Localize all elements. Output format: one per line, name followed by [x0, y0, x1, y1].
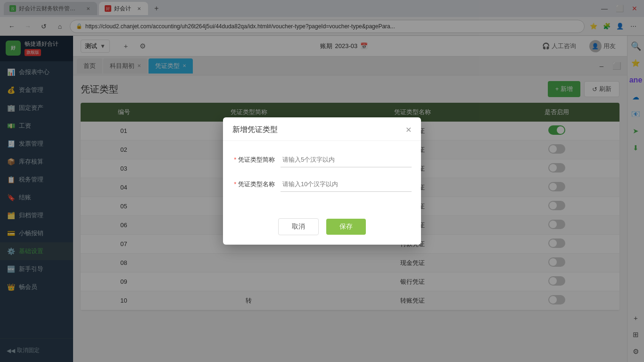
- modal-footer: 取消 保存: [223, 213, 421, 245]
- form-row-name: * 凭证类型名称: [232, 177, 412, 192]
- modal-title: 新增凭证类型: [232, 125, 278, 135]
- save-button[interactable]: 保存: [326, 219, 366, 235]
- modal-header: 新增凭证类型 ✕: [223, 117, 421, 141]
- modal-body: * 凭证类型简称 * 凭证类型名称: [223, 141, 421, 213]
- required-star-1: *: [234, 156, 238, 163]
- modal-overlay[interactable]: 新增凭证类型 ✕ * 凭证类型简称 * 凭证类型名称 取消 保存: [0, 0, 644, 362]
- add-voucher-modal: 新增凭证类型 ✕ * 凭证类型简称 * 凭证类型名称 取消 保存: [223, 117, 421, 245]
- form-row-short: * 凭证类型简称: [232, 152, 412, 167]
- name-label: * 凭证类型名称: [232, 180, 275, 189]
- modal-close-icon[interactable]: ✕: [405, 125, 412, 134]
- required-star-2: *: [234, 181, 238, 188]
- short-input[interactable]: [281, 152, 412, 167]
- name-input[interactable]: [281, 177, 412, 192]
- cancel-button[interactable]: 取消: [278, 218, 319, 235]
- short-label: * 凭证类型简称: [232, 156, 275, 164]
